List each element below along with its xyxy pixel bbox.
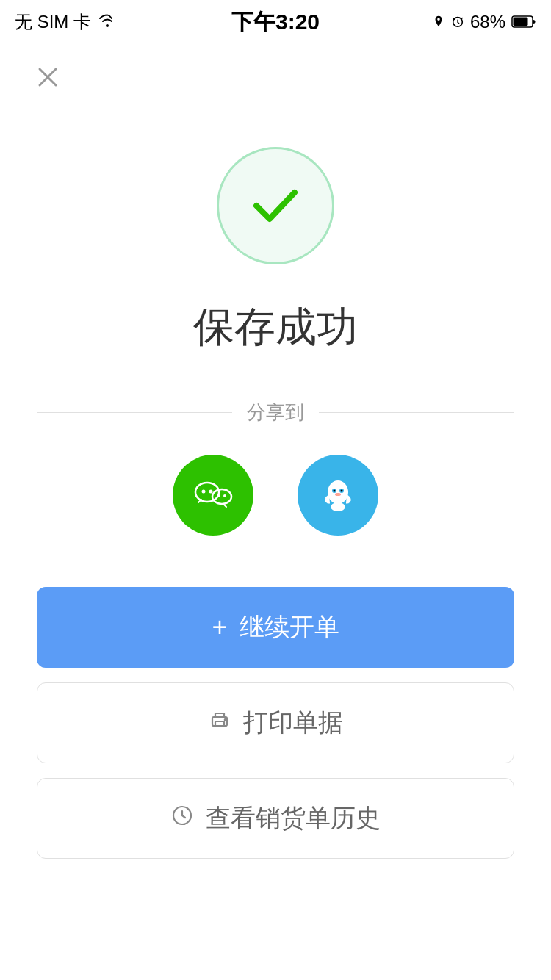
history-button[interactable]: 查看销货单历史 <box>37 778 514 859</box>
history-label: 查看销货单历史 <box>206 801 381 835</box>
svg-rect-21 <box>215 721 224 726</box>
svg-point-6 <box>212 489 231 504</box>
svg-point-8 <box>209 490 213 494</box>
svg-point-18 <box>333 504 343 510</box>
wechat-share-button[interactable] <box>173 455 253 536</box>
close-button[interactable] <box>29 59 66 96</box>
action-buttons: + 继续开单 打印单据 查看销货单历史 <box>37 587 514 859</box>
share-label: 分享到 <box>247 400 304 425</box>
svg-point-11 <box>328 480 348 504</box>
svg-point-15 <box>334 490 336 492</box>
svg-point-10 <box>223 494 226 497</box>
alarm-icon <box>451 12 464 32</box>
svg-point-19 <box>336 493 341 496</box>
svg-point-22 <box>225 719 226 721</box>
status-left: 无 SIM 卡 <box>15 10 118 34</box>
wifi-icon <box>97 12 118 32</box>
share-section: 分享到 <box>37 400 514 536</box>
svg-point-9 <box>217 494 220 497</box>
continue-icon: + <box>212 612 227 643</box>
status-time: 下午3:20 <box>231 7 320 37</box>
print-icon <box>208 708 231 738</box>
success-circle <box>217 147 334 264</box>
qq-share-button[interactable] <box>298 455 378 536</box>
svg-point-16 <box>341 490 343 492</box>
print-button[interactable]: 打印单据 <box>37 682 514 763</box>
svg-point-7 <box>202 490 206 494</box>
svg-rect-2 <box>514 18 528 26</box>
continue-button[interactable]: + 继续开单 <box>37 587 514 668</box>
main-content: 保存成功 分享到 <box>0 110 551 980</box>
status-right: 68% <box>432 12 536 32</box>
print-label: 打印单据 <box>243 706 343 740</box>
battery-icon <box>511 12 536 32</box>
share-divider: 分享到 <box>37 400 514 425</box>
checkmark-icon <box>246 175 305 237</box>
close-area <box>0 44 551 110</box>
success-title: 保存成功 <box>193 300 358 356</box>
history-icon <box>170 804 194 833</box>
battery-percent: 68% <box>470 12 505 32</box>
status-bar: 无 SIM 卡 下午3:20 68% <box>0 0 551 44</box>
carrier-label: 无 SIM 卡 <box>15 10 91 34</box>
continue-label: 继续开单 <box>240 610 339 644</box>
share-icons <box>37 455 514 536</box>
location-icon <box>432 12 445 32</box>
